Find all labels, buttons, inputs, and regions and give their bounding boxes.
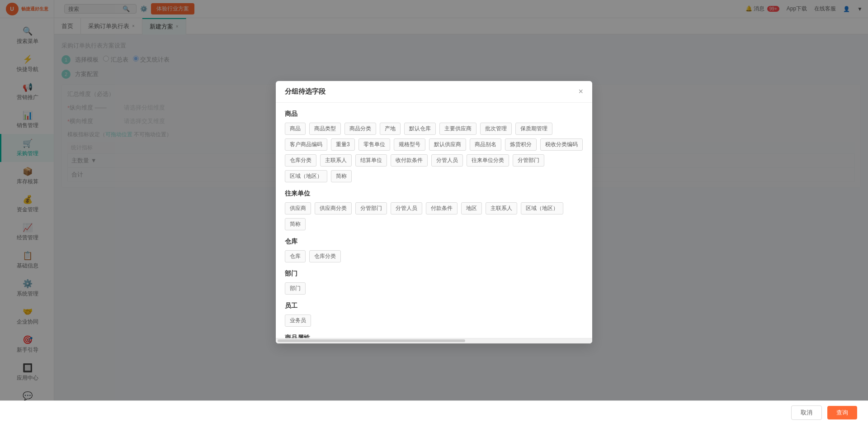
tag-分管人员[interactable]: 分管人员 [431, 154, 463, 167]
tag-仓库分类[interactable]: 仓库分类 [309, 250, 341, 262]
tag-主联系人[interactable]: 主联系人 [486, 202, 517, 214]
section-employee-title: 员工 [285, 302, 583, 310]
tag-商品分类[interactable]: 商品分类 [344, 123, 376, 135]
modal-horizontal-scrollbar[interactable] [276, 338, 592, 343]
tag-简称[interactable]: 简称 [285, 218, 306, 230]
counterpart-tags: 供应商供应商分类分管部门分管人员付款条件地区主联系人区域（地区）简称 [285, 202, 583, 230]
tag-商品[interactable]: 商品 [285, 123, 306, 135]
tag-默认供应商[interactable]: 默认供应商 [429, 138, 466, 151]
tag-客户商品编码[interactable]: 客户商品编码 [285, 138, 327, 151]
modal-header: 分组待选字段 × [276, 81, 592, 103]
section-product-title: 商品 [285, 110, 583, 118]
tag-炼货积分[interactable]: 炼货积分 [505, 138, 537, 151]
tag-批次管理[interactable]: 批次管理 [480, 123, 512, 135]
tag-保质期管理[interactable]: 保质期管理 [515, 123, 552, 135]
tag-区域（地区）[interactable]: 区域（地区） [521, 202, 563, 214]
tag-主要供应商[interactable]: 主要供应商 [439, 123, 476, 135]
tag-区域（地区）[interactable]: 区域（地区） [285, 170, 327, 182]
tag-分管人员[interactable]: 分管人员 [391, 202, 422, 214]
tag-零售单位[interactable]: 零售单位 [359, 138, 390, 151]
tag-仓库[interactable]: 仓库 [285, 250, 306, 262]
modal-body: 商品 商品商品类型商品分类产地默认仓库主要供应商批次管理保质期管理客户商品编码重… [276, 103, 592, 338]
tag-商品别名[interactable]: 商品别名 [470, 138, 501, 151]
field-selection-modal: 分组待选字段 × 商品 商品商品类型商品分类产地默认仓库主要供应商批次管理保质期… [276, 81, 592, 343]
tag-付款条件[interactable]: 付款条件 [426, 202, 458, 214]
department-tags: 部门 [285, 282, 583, 295]
employee-tags: 业务员 [285, 314, 583, 327]
tag-规格型号[interactable]: 规格型号 [394, 138, 425, 151]
modal-close-button[interactable]: × [578, 87, 583, 95]
tag-分管部门[interactable]: 分管部门 [513, 154, 544, 167]
section-warehouse-title: 仓库 [285, 238, 583, 246]
section-counterpart-title: 往来单位 [285, 190, 583, 198]
tag-商品类型[interactable]: 商品类型 [309, 123, 341, 135]
modal-title: 分组待选字段 [285, 87, 326, 96]
tag-主联系人[interactable]: 主联系人 [320, 154, 352, 167]
cancel-button[interactable]: 取消 [791, 405, 822, 420]
tag-供应商[interactable]: 供应商 [285, 202, 311, 214]
tag-默认仓库[interactable]: 默认仓库 [404, 123, 436, 135]
tag-简称[interactable]: 简称 [331, 170, 352, 182]
tag-分管部门[interactable]: 分管部门 [355, 202, 387, 214]
tag-往来单位分类[interactable]: 往来单位分类 [467, 154, 509, 167]
tag-重量3[interactable]: 重量3 [331, 138, 355, 151]
tag-税收分类编码[interactable]: 税收分类编码 [540, 138, 583, 151]
section-product-attr-title: 商品属性 [285, 334, 583, 338]
tag-仓库分类[interactable]: 仓库分类 [285, 154, 316, 167]
bottom-action-bar: 取消 查询 [0, 400, 868, 424]
hscroll-thumb [278, 339, 465, 342]
tag-供应商分类[interactable]: 供应商分类 [315, 202, 352, 214]
section-department-title: 部门 [285, 270, 583, 278]
tag-部门[interactable]: 部门 [285, 282, 306, 295]
tag-收付款条件[interactable]: 收付款条件 [391, 154, 428, 167]
tag-产地[interactable]: 产地 [380, 123, 401, 135]
confirm-button[interactable]: 查询 [827, 406, 857, 419]
tag-地区[interactable]: 地区 [461, 202, 482, 214]
product-tags: 商品商品类型商品分类产地默认仓库主要供应商批次管理保质期管理客户商品编码重量3零… [285, 123, 583, 182]
warehouse-tags: 仓库仓库分类 [285, 250, 583, 262]
tag-业务员[interactable]: 业务员 [285, 314, 311, 327]
tag-结算单位[interactable]: 结算单位 [355, 154, 387, 167]
